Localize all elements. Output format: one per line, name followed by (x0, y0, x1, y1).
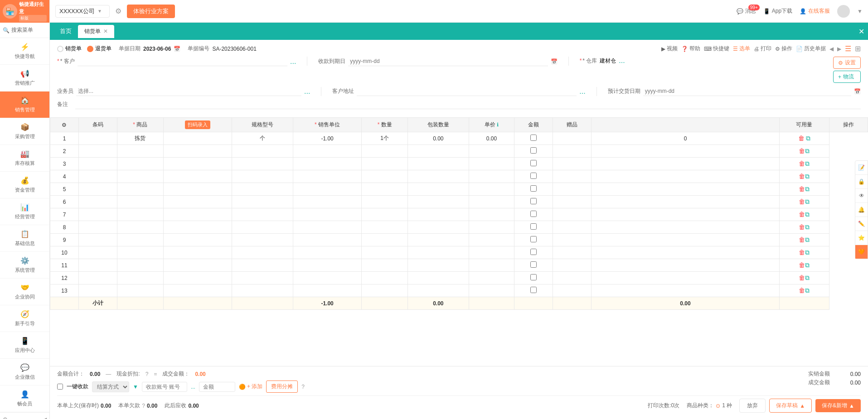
sidebar-item-purchase[interactable]: 📦 采购管理 (0, 118, 49, 145)
delivery-calendar-icon[interactable]: 📅 (854, 88, 861, 95)
sidebar-search[interactable]: 🔍 搜索菜单 (0, 23, 49, 38)
row-price[interactable]: 0.00 (407, 132, 469, 145)
sidebar-item-sales[interactable]: 🏠 销售管理 (0, 92, 49, 118)
sidebar-item-inventory[interactable]: 🏭 库存核算 (0, 145, 49, 172)
sidebar-item-appstore[interactable]: 📱 应用中心 (0, 332, 49, 359)
view-list-icon[interactable]: ☰ (845, 44, 851, 53)
due-date-calendar-icon[interactable]: 📅 (551, 58, 558, 65)
tab-close-icon[interactable]: ✕ (103, 28, 108, 34)
settings-icon[interactable]: ⚙ (3, 416, 8, 419)
row-spec[interactable] (163, 132, 232, 145)
row-unit[interactable]: 个 (232, 132, 293, 145)
copy-icon[interactable]: ⧉ (805, 249, 810, 256)
message-button[interactable]: 💬 消息 99+ (737, 7, 756, 15)
sidebar-item-finance[interactable]: 💰 资金管理 (0, 172, 49, 198)
logistics-button[interactable]: + 物流 (833, 71, 861, 83)
one-key-payment-checkbox[interactable] (57, 384, 63, 390)
payment-method-select[interactable]: 结算方式 (92, 381, 129, 392)
discount-help-icon[interactable]: ? (145, 371, 149, 377)
sidebar-item-enterprise[interactable]: 🤝 企业协同 (0, 279, 49, 305)
nav-next-icon[interactable]: ▶ (837, 46, 841, 52)
th-scan[interactable]: 扫码录入 (163, 118, 232, 132)
account-input[interactable] (142, 382, 187, 392)
close-all-tabs-icon[interactable]: ✕ (858, 27, 864, 36)
sidebar-item-guide[interactable]: 🧭 新手引导 (0, 305, 49, 332)
delete-icon[interactable]: 🗑 (798, 135, 805, 142)
delete-icon[interactable]: 🗑 (799, 173, 805, 180)
sidebar-item-wechat[interactable]: 💬 企业微信 (0, 359, 49, 385)
float-btn-1[interactable]: 📝 (855, 161, 868, 175)
due-date-input[interactable] (348, 57, 548, 66)
row-qty[interactable]: -1.00 (293, 132, 361, 145)
float-btn-2[interactable]: 🔒 (855, 175, 868, 189)
address-input[interactable] (357, 87, 577, 96)
expense-button[interactable]: 费用分摊 (266, 380, 298, 393)
collapse-icon[interactable]: ◀ (43, 416, 47, 419)
select-btn[interactable]: ☰ 选单 (733, 45, 750, 53)
th-settings[interactable]: ⚙ (50, 118, 79, 132)
customer-input[interactable] (78, 57, 287, 66)
app-download-button[interactable]: 📱 App下载 (763, 7, 792, 15)
operation-btn[interactable]: ⚙ 操作 (775, 45, 792, 53)
warehouse-dots-icon[interactable]: ... (619, 57, 625, 65)
user-menu-chevron-icon[interactable]: ▼ (857, 8, 863, 14)
radio-sales-order[interactable]: 销货单 (57, 45, 82, 53)
sidebar-item-member[interactable]: 👤 畅会员 (0, 385, 49, 412)
delete-icon[interactable]: 🗑 (799, 211, 805, 218)
delete-icon[interactable]: 🗑 (799, 249, 805, 256)
payment-method-dots-icon[interactable]: ▼ (133, 384, 138, 390)
account-dots-icon[interactable]: ... (191, 384, 195, 390)
delete-icon[interactable]: 🗑 (799, 185, 805, 193)
service-button[interactable]: 👤 在线客服 (800, 7, 830, 15)
copy-icon[interactable]: ⧉ (805, 147, 810, 154)
sidebar-item-quick-nav[interactable]: ⚡ 快捷导航 (0, 38, 49, 65)
payment-help-icon[interactable]: ? (301, 384, 305, 390)
calendar-icon[interactable]: 📅 (174, 46, 180, 52)
copy-icon[interactable]: ⧉ (805, 274, 810, 281)
delivery-date-input[interactable] (643, 87, 851, 96)
shortcut-btn[interactable]: ⌨ 快捷键 (704, 45, 729, 53)
delete-icon[interactable]: 🗑 (799, 274, 805, 281)
customer-dots-icon[interactable]: ... (290, 58, 296, 66)
delete-icon[interactable]: 🗑 (799, 147, 805, 154)
copy-icon[interactable]: ⧉ (805, 185, 810, 193)
debt-help-icon[interactable]: ? (142, 403, 145, 409)
copy-icon[interactable]: ⧉ (806, 135, 810, 142)
payment-amount-input[interactable] (199, 382, 235, 392)
sidebar-item-marketing[interactable]: 📢 营销推广 (0, 65, 49, 92)
delete-icon[interactable]: 🗑 (799, 287, 805, 294)
row-pkg-qty[interactable]: 1个 (362, 132, 408, 145)
copy-icon[interactable]: ⧉ (805, 223, 810, 231)
delete-icon[interactable]: 🗑 (799, 223, 805, 231)
float-btn-7[interactable]: 🧡 (855, 245, 868, 259)
float-btn-3[interactable]: 👁 (855, 189, 868, 203)
row-gift[interactable] (514, 132, 553, 145)
history-btn[interactable]: 📄 历史单据 (796, 45, 826, 53)
delete-icon[interactable]: 🗑 (799, 236, 805, 243)
avatar[interactable] (837, 5, 850, 18)
copy-icon[interactable]: ⧉ (805, 198, 810, 205)
salesperson-dots-icon[interactable]: ... (304, 87, 310, 96)
save-new-button[interactable]: 保存&新增 ▲ (815, 399, 861, 412)
delete-icon[interactable]: 🗑 (799, 261, 805, 269)
copy-icon[interactable]: ⧉ (805, 236, 810, 243)
add-payment-button[interactable]: 🟠 + 添加 (239, 383, 262, 390)
date-value[interactable]: 2023-06-06 (143, 46, 171, 52)
company-selector[interactable]: XXXXXX公司 ▼ (55, 5, 110, 18)
salesperson-input[interactable] (76, 87, 301, 96)
print-btn[interactable]: 🖨 打印 (754, 45, 771, 53)
copy-icon[interactable]: ⧉ (805, 160, 810, 167)
view-grid-icon[interactable]: ⊞ (855, 44, 861, 53)
nav-prev-icon[interactable]: ◀ (829, 46, 834, 52)
save-draft-button[interactable]: 保存草稿 ▲ (769, 399, 812, 413)
float-btn-5[interactable]: ✏️ (855, 217, 868, 231)
video-btn[interactable]: ▶ 视频 (661, 45, 678, 53)
help-btn[interactable]: ❓ 帮助 (681, 45, 700, 53)
abandon-button[interactable]: 放弃 (739, 399, 766, 413)
sidebar-item-operation[interactable]: 📊 经营管理 (0, 198, 49, 225)
copy-icon[interactable]: ⧉ (805, 173, 810, 180)
settings-gear-icon[interactable]: ⚙ (115, 7, 121, 15)
radio-return-order[interactable]: 退货单 (87, 45, 112, 53)
trial-button[interactable]: 体验行业方案 (127, 5, 175, 18)
sidebar-item-system[interactable]: ⚙️ 系统管理 (0, 252, 49, 279)
